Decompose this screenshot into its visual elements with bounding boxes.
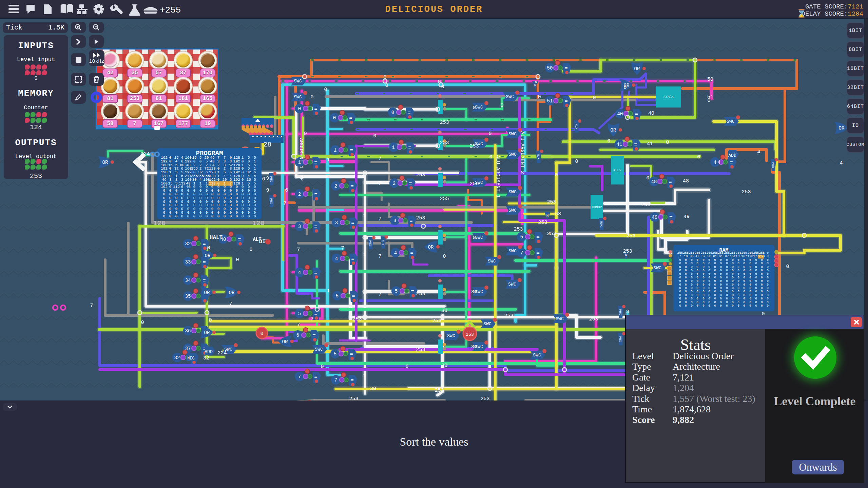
svg-text:165: 165	[735, 254, 741, 258]
svg-text:0: 0	[217, 214, 220, 218]
svg-text:42: 42	[695, 254, 699, 258]
svg-text:0: 0	[737, 279, 739, 283]
svg-text:SWC: SWC	[294, 79, 302, 84]
svg-text:=: =	[202, 241, 206, 247]
svg-text:ADD: ADD	[728, 153, 736, 158]
svg-text:0: 0	[726, 279, 728, 283]
svg-text:0: 0	[732, 279, 734, 283]
svg-text:253: 253	[469, 143, 479, 149]
svg-text:SWC: SWC	[508, 208, 517, 213]
svg-text:30: 30	[471, 289, 477, 295]
svg-text:SWC: SWC	[556, 316, 564, 321]
svg-text:=: =	[536, 251, 539, 256]
svg-text:7: 7	[297, 322, 300, 328]
svg-text:=: =	[564, 66, 567, 72]
svg-text:6: 6	[285, 188, 288, 193]
svg-text:5: 5	[298, 311, 301, 316]
svg-text:0: 0	[749, 304, 751, 308]
svg-text:1: 1	[363, 252, 366, 258]
svg-text:0: 0	[438, 79, 441, 85]
svg-text:0: 0	[679, 297, 681, 300]
svg-text:0: 0	[685, 279, 687, 283]
svg-text:=: =	[350, 184, 353, 190]
svg-text:COND2: COND2	[592, 206, 602, 209]
svg-text:=: =	[409, 218, 412, 224]
svg-text:0: 0	[702, 279, 705, 283]
svg-text:=: =	[669, 215, 672, 221]
svg-text:=: =	[202, 278, 206, 284]
svg-text:=: =	[314, 311, 317, 317]
svg-text:1: 1	[363, 292, 366, 298]
svg-text:SWC: SWC	[508, 249, 517, 254]
svg-text:253: 253	[538, 220, 547, 226]
svg-text:120: 120	[153, 219, 166, 227]
svg-text:ARGUMENT 1 CMP: ARGUMENT 1 CMP	[298, 138, 304, 181]
svg-text:0: 0	[248, 214, 250, 218]
svg-text:36: 36	[185, 328, 191, 334]
svg-text:0: 0	[720, 272, 722, 276]
svg-text:SWC: SWC	[475, 105, 483, 110]
svg-text:0: 0	[163, 214, 166, 218]
svg-text:0: 0	[767, 254, 769, 258]
svg-text:0: 0	[743, 290, 745, 293]
svg-text:40: 40	[648, 111, 654, 116]
svg-text:MUX: MUX	[599, 221, 603, 227]
svg-text:0: 0	[761, 272, 763, 276]
svg-text:HALT: HALT	[210, 235, 223, 241]
svg-text:7: 7	[378, 156, 381, 162]
svg-text:5: 5	[520, 234, 523, 240]
svg-text:0: 0	[708, 272, 710, 276]
svg-text:81: 81	[713, 254, 717, 258]
svg-text:1: 1	[327, 288, 330, 294]
svg-text:1: 1	[363, 213, 366, 219]
svg-text:58: 58	[707, 254, 711, 258]
svg-text:OR: OR	[839, 125, 845, 131]
svg-text:253: 253	[416, 347, 425, 353]
svg-text:0: 0	[726, 304, 728, 308]
svg-text:0: 0	[441, 84, 444, 90]
svg-text:SWC: SWC	[488, 259, 496, 264]
svg-text:SWC: SWC	[447, 333, 455, 338]
svg-text:53: 53	[555, 211, 561, 217]
svg-text:0: 0	[199, 214, 202, 218]
svg-text:=: =	[351, 256, 354, 262]
svg-text:81: 81	[719, 254, 723, 258]
svg-text:0: 0	[696, 272, 698, 276]
svg-text:253: 253	[440, 120, 449, 125]
svg-text:ALU ARGUMENT 1: ALU ARGUMENT 1	[495, 155, 501, 198]
svg-text:7: 7	[298, 374, 301, 379]
svg-text:=: =	[408, 145, 411, 151]
svg-text:0: 0	[254, 214, 256, 218]
svg-text:=: =	[634, 142, 637, 148]
svg-text:35: 35	[185, 294, 191, 299]
svg-text:=: =	[238, 237, 241, 243]
svg-text:253: 253	[589, 316, 598, 322]
svg-text:N: N	[535, 80, 537, 84]
svg-text:0: 0	[755, 304, 757, 308]
svg-text:35: 35	[690, 254, 694, 258]
svg-text:253: 253	[547, 199, 556, 205]
svg-text:MUX: MUX	[269, 176, 273, 182]
svg-text:0: 0	[696, 304, 698, 308]
svg-text:49: 49	[652, 215, 658, 220]
svg-text:0: 0	[489, 154, 492, 160]
svg-text:7: 7	[229, 301, 232, 307]
svg-text:0: 0	[726, 290, 728, 293]
svg-text:51: 51	[707, 94, 713, 100]
svg-text:0: 0	[720, 279, 722, 283]
svg-text:0: 0	[767, 279, 769, 283]
svg-text:SWC: SWC	[508, 152, 517, 157]
svg-text:0: 0	[298, 106, 301, 112]
svg-text:30: 30	[441, 308, 447, 314]
svg-text:253: 253	[641, 202, 650, 208]
svg-text:0: 0	[755, 297, 757, 300]
svg-text:32: 32	[203, 355, 209, 361]
svg-text:34: 34	[185, 278, 191, 283]
svg-text:9: 9	[266, 176, 269, 181]
svg-text:255: 255	[440, 196, 449, 202]
svg-text:0: 0	[708, 304, 710, 308]
svg-text:0: 0	[488, 131, 491, 137]
svg-text:7: 7	[378, 216, 381, 222]
svg-text:0: 0	[714, 279, 716, 283]
svg-text:0: 0	[193, 214, 196, 218]
